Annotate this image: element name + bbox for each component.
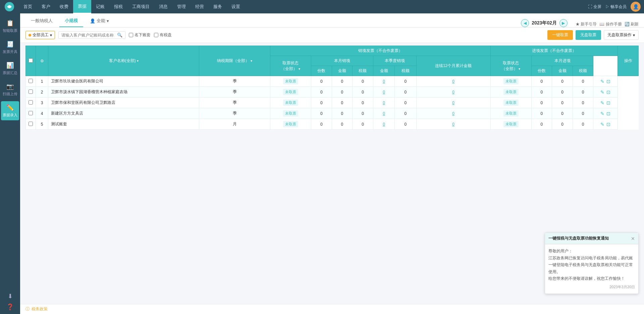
row-purchase-status: 未取票: [490, 87, 531, 98]
filter-icon-period[interactable]: ▾: [251, 59, 252, 63]
row-sales-quarterly-amount: 0: [373, 119, 394, 130]
main-table: ⚙ 客户名称(全部) ▾ 纳税期限（全部） ▾ 销项发票（不合作废票） 进项发票…: [25, 46, 639, 130]
table-row: 1 卫辉市玖玖健合医药有限公司 季 未取票 0 0 0 0 0 0 未取票 0 …: [26, 76, 639, 87]
table-row: 2 卫辉市汲水镇下园湖香榴营木种植家庭农场 季 未取票 0 0 0 0 0 0 …: [26, 87, 639, 98]
nav-settings[interactable]: 设置: [227, 0, 245, 13]
sidebar-item-entry[interactable]: ✏️ 票据录入: [1, 101, 19, 120]
row-actions: ✎ ⊡: [593, 98, 618, 108]
detail-icon[interactable]: ⊡: [606, 100, 610, 106]
row-sales-monthly-amount: 0: [332, 76, 353, 87]
row-sales-monthly-amount: 0: [332, 108, 353, 119]
no-disk-operation-btn[interactable]: 无盘取票操作 ▾: [604, 30, 639, 40]
help-icon[interactable]: ❓: [6, 303, 14, 311]
row-purchase-monthly-amount: 0: [552, 87, 573, 98]
checkbox-own-account-input[interactable]: [129, 33, 133, 37]
checkbox-has-disk[interactable]: 有税盘: [154, 32, 172, 38]
row-checkbox[interactable]: [26, 119, 36, 130]
sidebar-item-scan[interactable]: 📷 扫描上传: [1, 80, 19, 99]
filter-icon-purchase-status[interactable]: ▾: [519, 67, 520, 71]
row-checkbox[interactable]: [26, 98, 36, 108]
checkbox-own-account[interactable]: 名下账套: [129, 32, 151, 38]
no-disk-ticket-btn[interactable]: 无盘取票: [576, 30, 601, 40]
row-actions: ✎ ⊡: [593, 76, 618, 87]
row-period: 月: [199, 119, 270, 130]
search-button[interactable]: 🔍: [117, 33, 122, 38]
nav-message[interactable]: 消息: [154, 0, 172, 13]
nav-billing[interactable]: 收费: [55, 0, 73, 13]
tax-policy-link[interactable]: 税务政策: [32, 306, 48, 312]
issue-invoice-icon: 🧾: [6, 41, 14, 48]
th-sales-status: 取票状态（全部） ▾: [270, 56, 311, 76]
nav-business[interactable]: 工商项目: [127, 0, 154, 13]
sidebar-label-entry: 票据录入: [3, 113, 17, 118]
row-purchase-monthly-tax: 0: [573, 98, 593, 108]
avatar[interactable]: 👤: [631, 2, 641, 12]
detail-icon[interactable]: ⊡: [606, 111, 610, 116]
nav-home[interactable]: 首页: [19, 0, 37, 13]
refresh-btn[interactable]: 🔄 刷新: [625, 21, 639, 27]
tab-all[interactable]: 👤 全能 ▾: [85, 15, 114, 27]
guide-btn[interactable]: ★ 新手引导: [576, 21, 597, 27]
th-settings: ⚙: [36, 46, 48, 76]
nav-tax[interactable]: 报税: [109, 0, 127, 13]
tab-general[interactable]: 一般纳税人: [25, 15, 58, 27]
checkbox-has-disk-input[interactable]: [154, 33, 158, 37]
row-purchase-monthly-amount: 0: [552, 108, 573, 119]
nav-customer[interactable]: 客户: [37, 0, 55, 13]
row-sales-status: 未取票: [270, 76, 311, 87]
row-actions: ✎ ⊡: [593, 87, 618, 98]
detail-icon[interactable]: ⊡: [606, 89, 610, 95]
one-key-ticket-btn[interactable]: 一键取票: [547, 30, 573, 40]
edit-icon[interactable]: ✎: [600, 89, 604, 95]
row-checkbox[interactable]: [26, 87, 36, 98]
tab-all-icon: 👤: [90, 18, 95, 23]
row-checkbox[interactable]: [26, 108, 36, 119]
row-period: 季: [199, 87, 270, 98]
table-row: 5 测试账套 月 未取票 0 0 0 0 0 0 未取票 0 0 0 ✎ ⊡: [26, 119, 639, 130]
download-icon[interactable]: ⬇: [8, 293, 13, 300]
th-monthly-sales: 本月销项: [311, 56, 373, 66]
row-sales-quarterly-tax: 0: [395, 87, 416, 98]
top-nav: 首页 客户 收费 票据 记账 报税 工商项目 消息 管理 经营 服务 设置 ⛶ …: [0, 0, 644, 13]
sidebar-item-issue-invoice[interactable]: 🧾 发票开具: [1, 38, 19, 57]
edit-icon[interactable]: ✎: [600, 111, 604, 116]
detail-icon[interactable]: ⊡: [606, 122, 610, 127]
search-input[interactable]: [61, 33, 117, 38]
row-sales-monthly-amount: 0: [332, 119, 353, 130]
edit-icon[interactable]: ✎: [600, 100, 604, 106]
nav-bookkeeping[interactable]: 记账: [91, 0, 109, 13]
vip-btn[interactable]: ▷ 畅享会员: [605, 4, 627, 10]
nav-operation[interactable]: 经营: [191, 0, 209, 13]
row-sales-quarterly-amount: 0: [373, 87, 394, 98]
sidebar-bottom: ⬇ ❓: [6, 293, 14, 311]
fullscreen-btn[interactable]: ⛶ 全屏: [588, 4, 601, 10]
manual-btn[interactable]: 📖 操作手册: [599, 21, 622, 27]
sidebar-item-summary[interactable]: 📊 票据汇总: [1, 59, 19, 78]
row-period: 季: [199, 108, 270, 119]
sidebar-item-smart-ticket[interactable]: 📋 智能取票: [1, 17, 19, 36]
row-checkbox[interactable]: [26, 76, 36, 87]
edit-icon[interactable]: ✎: [600, 122, 604, 127]
date-next-btn[interactable]: ▶: [559, 19, 568, 27]
row-index: 5: [36, 119, 48, 130]
row-sales-monthly-amount: 0: [332, 87, 353, 98]
select-all-checkbox[interactable]: [29, 58, 33, 63]
nav-service[interactable]: 服务: [209, 0, 227, 13]
nav-invoice[interactable]: 票据: [73, 0, 91, 13]
filter-icon-sales-status[interactable]: ▾: [299, 67, 300, 71]
detail-icon[interactable]: ⊡: [606, 79, 610, 84]
tab-all-dropdown[interactable]: ▾: [107, 18, 109, 23]
edit-icon[interactable]: ✎: [600, 79, 604, 84]
row-sales-status: 未取票: [270, 108, 311, 119]
row-sales-quarterly-amount: 0: [373, 98, 394, 108]
row-purchase-status: 未取票: [490, 119, 531, 130]
filter-icon-name[interactable]: ▾: [137, 59, 139, 63]
row-purchase-monthly-count: 0: [531, 87, 552, 98]
employee-select[interactable]: 全部员工 ▾: [25, 31, 55, 39]
date-prev-btn[interactable]: ◀: [521, 19, 529, 27]
row-cumulative: 0: [416, 119, 490, 130]
th-monthly-purchase: 本月进项: [531, 56, 593, 66]
nav-manage[interactable]: 管理: [172, 0, 191, 13]
tab-small-scale[interactable]: 小规模: [59, 15, 83, 27]
notification-close-btn[interactable]: ✕: [631, 236, 635, 241]
